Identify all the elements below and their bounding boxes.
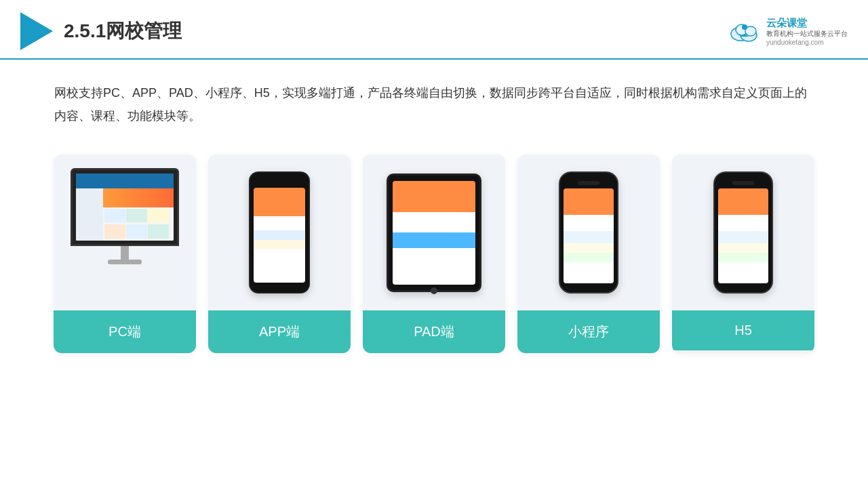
card-pc: PC端	[54, 155, 196, 353]
card-h5-image	[672, 155, 814, 310]
card-miniprogram-label: 小程序	[517, 310, 660, 353]
description-content: 网校支持PC、APP、PAD、小程序、H5，实现多端打通，产品各终端自由切换，数…	[54, 86, 807, 123]
miniprogram-phone-icon	[559, 171, 618, 293]
card-app: APP端	[208, 155, 351, 353]
card-h5: H5	[672, 155, 814, 353]
phone-notch	[270, 180, 289, 185]
card-pc-label: PC端	[54, 310, 196, 353]
header-right: 云朵课堂 教育机构一站式服务云平台 yunduoketang.com	[727, 17, 848, 46]
app-phone-icon	[249, 171, 310, 293]
brand-tagline: 教育机构一站式服务云平台	[766, 29, 848, 39]
card-h5-label: H5	[672, 310, 814, 350]
brand-url: yunduoketang.com	[766, 39, 824, 46]
h5-phone-icon	[713, 171, 773, 293]
card-app-image	[208, 155, 351, 310]
h5-phone-screen	[718, 188, 768, 283]
card-pad: PAD端	[363, 155, 505, 353]
h5-phone-notch	[732, 181, 754, 185]
cloud-icon	[727, 19, 762, 43]
card-app-label: APP端	[208, 310, 351, 353]
header: 2.5.1网校管理 云朵课堂 教育机构一站式服务云平台 yunduoketang…	[0, 0, 868, 60]
card-pc-image	[54, 155, 196, 310]
page-title: 2.5.1网校管理	[64, 18, 182, 44]
tablet-screen	[393, 181, 475, 285]
card-miniprogram-image	[517, 155, 660, 310]
svg-point-4	[742, 24, 747, 30]
phone-modern-screen	[564, 188, 614, 283]
tablet-home-btn	[431, 287, 437, 294]
header-left: 2.5.1网校管理	[20, 12, 182, 50]
phone-modern-notch	[578, 181, 599, 185]
card-pad-label: PAD端	[363, 310, 505, 353]
logo-triangle-icon	[20, 12, 53, 50]
card-pad-image	[363, 155, 505, 310]
cards-section: PC端 APP端 PAD端	[0, 141, 868, 353]
pc-monitor-icon	[67, 168, 182, 297]
tablet-icon	[387, 174, 481, 292]
brand-name: 云朵课堂	[766, 17, 807, 29]
card-miniprogram: 小程序	[517, 155, 660, 353]
description-text: 网校支持PC、APP、PAD、小程序、H5，实现多端打通，产品各终端自由切换，数…	[0, 60, 868, 141]
brand-logo: 云朵课堂 教育机构一站式服务云平台 yunduoketang.com	[727, 17, 848, 46]
phone-screen	[254, 188, 305, 283]
brand-text: 云朵课堂 教育机构一站式服务云平台 yunduoketang.com	[766, 17, 848, 46]
